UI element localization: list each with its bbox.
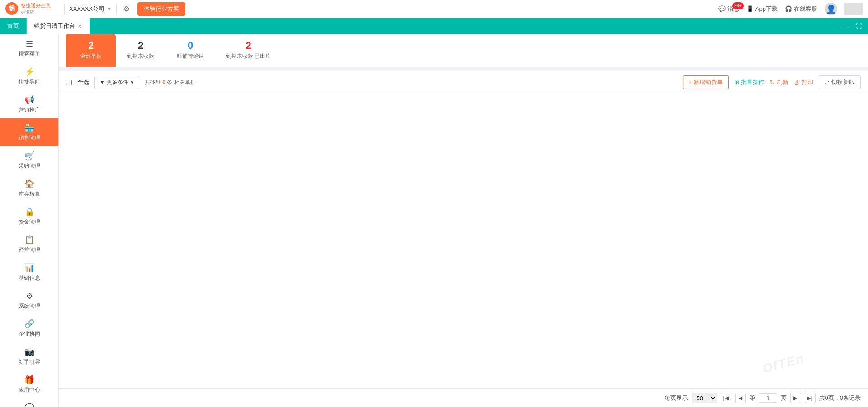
main-layout: ☰ 搜索菜单 ⚡ 快捷导航 📢 营销推广 🏪 销售管理 🛒 采购管理 🏠 库存核… — [0, 34, 868, 407]
per-page-select[interactable]: 50 100 200 — [692, 393, 717, 403]
total-records-label: 共0页，0条记录 — [819, 394, 861, 402]
stats-tabs: 2 全部单据 2 到期未收款 0 旺铺待确认 2 到期未收款 已出库 — [59, 34, 868, 67]
found-count: 0 — [162, 79, 165, 85]
pagination-bar: 每页显示 50 100 200 |◀ ◀ 第 页 ▶ ▶| 共0页，0条记录 — [59, 388, 868, 407]
purchase-icon: 🛒 — [24, 151, 34, 161]
download-icon: 📱 — [746, 5, 754, 12]
sidebar: ☰ 搜索菜单 ⚡ 快捷导航 📢 营销推广 🏪 销售管理 🛒 采购管理 🏠 库存核… — [0, 34, 59, 407]
print-icon: 🖨 — [794, 79, 800, 86]
switch-version-button[interactable]: ⇌ 切换新版 — [819, 75, 861, 89]
chevron-down-icon: ▼ — [107, 6, 112, 11]
inventory-icon: 🏠 — [24, 179, 34, 189]
avatar[interactable]: 👤 — [825, 3, 837, 15]
basic-info-icon: 📊 — [24, 263, 34, 273]
last-page-button[interactable]: ▶| — [805, 393, 816, 403]
stat-all-count: 2 — [77, 40, 105, 51]
sidebar-item-finance[interactable]: 🔒 资金管理 — [0, 202, 58, 230]
messages-button[interactable]: 💬 消息 99+ — [718, 5, 739, 13]
select-all-label: 全选 — [77, 78, 89, 86]
tab-home[interactable]: 首页 — [0, 18, 27, 34]
stat-shipped-label: 到期未收款 已出库 — [226, 52, 271, 60]
filter-icon: ▼ — [99, 79, 105, 85]
trial-button[interactable]: 体验行业方案 — [137, 2, 185, 16]
wechat-icon: 💬 — [24, 403, 34, 407]
sidebar-item-collab[interactable]: 🔗 企业协同 — [0, 314, 58, 342]
app-download-button[interactable]: 📱 App下载 — [746, 5, 778, 13]
batch-icon: ⊞ — [734, 79, 739, 86]
stat-pending-count: 0 — [176, 40, 204, 51]
sidebar-item-search[interactable]: ☰ 搜索菜单 — [0, 34, 58, 62]
messages-badge: 99+ — [732, 2, 744, 9]
switch-icon: ⇌ — [825, 79, 830, 86]
sidebar-item-sales[interactable]: 🏪 销售管理 — [0, 118, 58, 146]
page-suffix: 页 — [781, 394, 787, 402]
sales-icon: 🏪 — [24, 123, 34, 133]
refresh-icon: ↻ — [770, 79, 775, 86]
newguide-icon: 📷 — [24, 347, 34, 357]
tab-bar: 首页 钱货日清工作台 ✕ — ⛶ — [0, 18, 868, 34]
stat-shipped-count: 2 — [226, 40, 271, 51]
appcenter-icon: 🎁 — [24, 375, 34, 385]
content-area: 2 全部单据 2 到期未收款 0 旺铺待确认 2 到期未收款 已出库 全选 ▼ … — [59, 34, 868, 407]
online-service-button[interactable]: 🎧 在线客服 — [785, 5, 817, 13]
finance-icon: 🔒 — [24, 207, 34, 217]
first-page-button[interactable]: |◀ — [721, 393, 731, 403]
sidebar-item-inventory[interactable]: 🏠 库存核算 — [0, 174, 58, 202]
stat-tab-pending[interactable]: 0 旺铺待确认 — [165, 34, 215, 67]
next-page-button[interactable]: ▶ — [790, 393, 801, 403]
sidebar-item-wechat[interactable]: 💬 企业微信 — [0, 398, 58, 407]
page-label: 第 — [750, 394, 755, 402]
table-area — [59, 94, 868, 388]
chevron-icon: ∨ — [130, 79, 134, 85]
sidebar-item-purchase[interactable]: 🛒 采购管理 — [0, 146, 58, 174]
toolbar-right: + 新增销货单 ⊞ 批量操作 ↻ 刷新 🖨 打印 ⇌ 切换新版 — [683, 75, 861, 89]
quicknav-icon: ⚡ — [24, 67, 34, 77]
company-selector[interactable]: XXXXXX公司 ▼ — [64, 3, 117, 15]
logo-text: 畅捷通好生意 标准版 — [21, 2, 51, 15]
collab-icon: 🔗 — [24, 319, 34, 329]
tab-workbench[interactable]: 钱货日清工作台 ✕ — [27, 18, 90, 34]
user-name-area — [844, 3, 863, 15]
sidebar-item-basic-info[interactable]: 📊 基础信息 — [0, 258, 58, 286]
company-name: XXXXXX公司 — [69, 5, 104, 13]
tab-expand-button[interactable]: ⛶ — [854, 21, 864, 32]
search-icon: ☰ — [26, 39, 33, 49]
sidebar-item-newguide[interactable]: 📷 新手引导 — [0, 342, 58, 370]
sidebar-item-operations[interactable]: 📋 经营管理 — [0, 230, 58, 258]
found-text: 共找到 0 条 相关单据 — [145, 79, 196, 86]
sidebar-item-quicknav[interactable]: ⚡ 快捷导航 — [0, 62, 58, 90]
logo-area: 畅 畅捷通好生意 标准版 — [5, 2, 64, 15]
select-all-checkbox[interactable] — [66, 80, 72, 85]
print-button[interactable]: 🖨 打印 — [794, 78, 813, 86]
top-header: 畅 畅捷通好生意 标准版 XXXXXX公司 ▼ ⚙ 体验行业方案 💬 消息 99… — [0, 0, 868, 18]
tab-actions: — ⛶ — [839, 21, 868, 32]
service-icon: 🎧 — [785, 5, 792, 12]
refresh-button[interactable]: ↻ 刷新 — [770, 78, 788, 86]
stat-overdue-label: 到期未收款 — [127, 52, 155, 60]
logo-icon: 畅 — [5, 2, 18, 15]
more-filters-button[interactable]: ▼ 更多条件 ∨ — [94, 76, 139, 89]
stat-pending-label: 旺铺待确认 — [176, 52, 204, 60]
stat-tab-all[interactable]: 2 全部单据 — [66, 34, 116, 67]
settings-button[interactable]: ⚙ — [120, 3, 133, 15]
page-input[interactable] — [759, 393, 777, 403]
sidebar-item-system[interactable]: ⚙ 系统管理 — [0, 286, 58, 314]
header-right: 💬 消息 99+ 📱 App下载 🎧 在线客服 👤 — [718, 3, 863, 15]
stat-tab-overdue[interactable]: 2 到期未收款 — [116, 34, 165, 67]
tab-minimize-button[interactable]: — — [839, 21, 850, 32]
marketing-icon: 📢 — [24, 95, 34, 105]
message-icon: 💬 — [718, 5, 726, 12]
toolbar: 全选 ▼ 更多条件 ∨ 共找到 0 条 相关单据 + 新增销货单 ⊞ 批量操作 — [59, 71, 868, 94]
prev-page-button[interactable]: ◀ — [735, 393, 746, 403]
per-page-label: 每页显示 — [665, 394, 688, 402]
system-icon: ⚙ — [26, 291, 33, 301]
sidebar-item-marketing[interactable]: 📢 营销推广 — [0, 90, 58, 118]
sidebar-item-appcenter[interactable]: 🎁 应用中心 — [0, 370, 58, 398]
stat-tab-shipped[interactable]: 2 到期未收款 已出库 — [215, 34, 282, 67]
batch-button[interactable]: ⊞ 批量操作 — [734, 78, 764, 86]
operations-icon: 📋 — [24, 235, 34, 245]
stat-all-label: 全部单据 — [77, 52, 105, 60]
new-sale-button[interactable]: + 新增销货单 — [683, 75, 729, 89]
tab-close-icon[interactable]: ✕ — [78, 23, 82, 29]
stat-overdue-count: 2 — [127, 40, 155, 51]
